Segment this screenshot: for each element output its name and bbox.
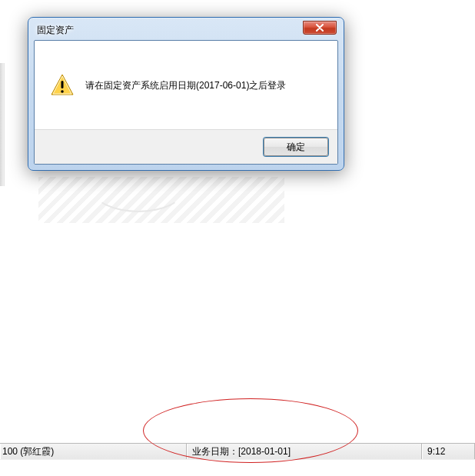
annotation-ellipse bbox=[143, 398, 358, 463]
app-left-edge bbox=[0, 63, 5, 186]
close-icon bbox=[315, 24, 324, 32]
ok-button-label: 确定 bbox=[287, 141, 305, 154]
dialog-title: 固定资产 bbox=[37, 24, 74, 37]
close-button[interactable] bbox=[303, 21, 337, 35]
message-dialog: 固定资产 请在固定资产系统启用日期(2017-06-01)之后登录 确定 bbox=[28, 17, 344, 171]
ok-button[interactable]: 确定 bbox=[264, 138, 328, 156]
dialog-button-bar: 确定 bbox=[35, 129, 337, 164]
dialog-titlebar[interactable]: 固定资产 bbox=[34, 23, 338, 40]
dialog-message: 请在固定资产系统启用日期(2017-06-01)之后登录 bbox=[85, 78, 286, 92]
dialog-content: 请在固定资产系统启用日期(2017-06-01)之后登录 bbox=[35, 41, 337, 129]
svg-point-1 bbox=[61, 90, 64, 93]
status-user-text: 100 (郭红霞) bbox=[2, 445, 54, 458]
dialog-body: 请在固定资产系统启用日期(2017-06-01)之后登录 确定 bbox=[34, 40, 338, 165]
warning-icon bbox=[50, 73, 75, 98]
svg-rect-0 bbox=[61, 81, 64, 88]
status-time: 9:12 bbox=[422, 444, 475, 459]
background-curve bbox=[92, 166, 184, 212]
status-time-text: 9:12 bbox=[427, 446, 445, 457]
